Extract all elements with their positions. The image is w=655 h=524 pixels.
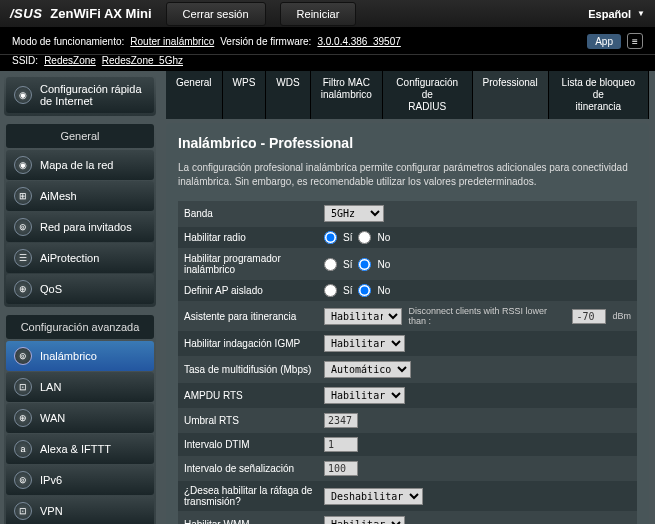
form-label: Habilitar radio [184, 232, 324, 243]
form-label: Definir AP aislado [184, 285, 324, 296]
sidebar-item-label: AiMesh [40, 190, 77, 202]
select[interactable]: Habilitar [324, 516, 405, 524]
hint: Disconnect clients with RSSI lower than … [408, 306, 566, 326]
sidebar-item-adv-1[interactable]: ⊡ LAN [6, 372, 154, 402]
form-label: Banda [184, 208, 324, 219]
ssid1-link[interactable]: RedesZone [44, 55, 96, 66]
sidebar-item-label: Configuración rápida de Internet [40, 83, 146, 107]
sidebar-item-label: Mapa de la red [40, 159, 113, 171]
tab-0[interactable]: General [166, 71, 223, 119]
sidebar-item-label: Alexa & IFTTT [40, 443, 111, 455]
sidebar-item-gen-4[interactable]: ⊕ QoS [6, 274, 154, 304]
form-label: Umbral RTS [184, 415, 324, 426]
radio-label: Sí [343, 259, 352, 270]
sidebar-icon: ⊚ [14, 471, 32, 489]
panel-desc: La configuración profesional inalámbrica… [178, 161, 637, 189]
radio-no[interactable] [358, 231, 371, 244]
tab-6[interactable]: Lista de bloqueo deitinerancia [549, 71, 649, 119]
sidebar-icon: a [14, 440, 32, 458]
product-name: ZenWiFi AX Mini [50, 6, 151, 21]
form-label: Intervalo DTIM [184, 439, 324, 450]
sidebar-item-label: Inalámbrico [40, 350, 97, 362]
radio-label: Sí [343, 232, 352, 243]
text-input[interactable] [324, 461, 358, 476]
form-label: Intervalo de señalización [184, 463, 324, 474]
text-input[interactable] [324, 413, 358, 428]
reboot-button[interactable]: Reiniciar [280, 2, 357, 26]
sidebar-item-adv-0[interactable]: ⊚ Inalámbrico [6, 341, 154, 371]
fw-label: Versión de firmware: [220, 36, 311, 47]
sidebar-item-adv-3[interactable]: a Alexa & IFTTT [6, 434, 154, 464]
sidebar-item-adv-2[interactable]: ⊕ WAN [6, 403, 154, 433]
sidebar-icon: ⊚ [14, 347, 32, 365]
sidebar-item-gen-3[interactable]: ☰ AiProtection [6, 243, 154, 273]
radio-yes[interactable] [324, 258, 337, 271]
sidebar-icon: ⊡ [14, 378, 32, 396]
language-selector[interactable]: Español ▼ [588, 8, 645, 20]
form-label: Habilitar indagación IGMP [184, 338, 324, 349]
radio-no[interactable] [358, 284, 371, 297]
sidebar-item-gen-2[interactable]: ⊚ Red para invitados [6, 212, 154, 242]
text-input[interactable] [324, 437, 358, 452]
tab-2[interactable]: WDS [266, 71, 310, 119]
sidebar-item-adv-4[interactable]: ⊚ IPv6 [6, 465, 154, 495]
form-label: AMPDU RTS [184, 390, 324, 401]
sidebar-item-gen-1[interactable]: ⊞ AiMesh [6, 181, 154, 211]
chevron-down-icon: ▼ [637, 9, 645, 18]
sidebar-item-label: WAN [40, 412, 65, 424]
panel-title: Inalámbrico - Professional [178, 135, 637, 151]
sidebar-item-gen-0[interactable]: ◉ Mapa de la red [6, 150, 154, 180]
select[interactable]: Deshabilitar [324, 488, 423, 505]
form-label: Habilitar programador inalámbrico [184, 253, 324, 275]
unit: dBm [612, 311, 631, 321]
text-input[interactable] [572, 309, 606, 324]
ssid2-link[interactable]: RedesZone_5Ghz [102, 55, 183, 66]
tab-5[interactable]: Professional [473, 71, 549, 119]
opmode-label: Modo de funcionamiento: [12, 36, 124, 47]
info-icon[interactable]: ≡ [627, 33, 643, 49]
sidebar-icon: ⊕ [14, 409, 32, 427]
radio-yes[interactable] [324, 284, 337, 297]
select[interactable]: 5GHz [324, 205, 384, 222]
sidebar-item-label: LAN [40, 381, 61, 393]
ssid-label: SSID: [12, 55, 38, 66]
sidebar-icon: ⊞ [14, 187, 32, 205]
radio-no[interactable] [358, 258, 371, 271]
radio-label: No [377, 285, 390, 296]
radio-label: No [377, 232, 390, 243]
sidebar-icon: ⊕ [14, 280, 32, 298]
fw-link[interactable]: 3.0.0.4.386_39507 [317, 36, 400, 47]
radio-label: Sí [343, 285, 352, 296]
opmode-link[interactable]: Router inalámbrico [130, 36, 214, 47]
language-label: Español [588, 8, 631, 20]
sidebar-icon: ☰ [14, 249, 32, 267]
radio-yes[interactable] [324, 231, 337, 244]
app-button[interactable]: App [587, 34, 621, 49]
select[interactable]: Habilitar [324, 387, 405, 404]
form-label: Habilitar WMM [184, 519, 324, 524]
form-label: ¿Desea habilitar la ráfaga de transmisió… [184, 485, 324, 507]
sidebar-general-head: General [6, 124, 154, 148]
tab-3[interactable]: Filtro MACinalámbrico [311, 71, 383, 119]
logout-button[interactable]: Cerrar sesión [166, 2, 266, 26]
sidebar-item-label: AiProtection [40, 252, 99, 264]
tab-1[interactable]: WPS [223, 71, 267, 119]
sidebar-item-label: QoS [40, 283, 62, 295]
sidebar-item-adv-5[interactable]: ⊡ VPN [6, 496, 154, 524]
sidebar-icon: ⊡ [14, 502, 32, 520]
select[interactable]: Habilitar [324, 335, 405, 352]
sidebar-icon: ⊚ [14, 218, 32, 236]
radio-label: No [377, 259, 390, 270]
brand-logo: /SUS [10, 6, 42, 21]
select[interactable]: Automático [324, 361, 411, 378]
sidebar-icon: ◉ [14, 156, 32, 174]
select[interactable]: Habilitar [324, 308, 402, 325]
form-label: Tasa de multidifusión (Mbps) [184, 364, 324, 375]
sidebar-item-label: IPv6 [40, 474, 62, 486]
sidebar-advanced-head: Configuración avanzada [6, 315, 154, 339]
sidebar-item-label: VPN [40, 505, 63, 517]
form-label: Asistente para itinerancia [184, 311, 324, 322]
tab-4[interactable]: Configuración deRADIUS [383, 71, 473, 119]
gauge-icon: ◉ [14, 86, 32, 104]
sidebar-quick-setup[interactable]: ◉ Configuración rápida de Internet [6, 77, 154, 113]
